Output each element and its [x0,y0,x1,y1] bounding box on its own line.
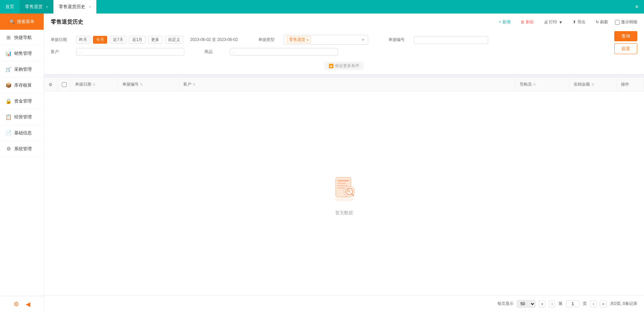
next-page-button[interactable]: › [590,300,596,307]
date-filter-label: 单据日期 [51,37,69,43]
tab-home[interactable]: 首页 [0,0,20,14]
tab-retail-return-history[interactable]: 零售退货历史 × [53,0,96,14]
print-button[interactable]: 🖨 打印 ▼ [541,18,566,27]
quick-nav-icon: ⊞ [5,35,11,41]
retail-return-tab-close[interactable]: × [46,5,48,9]
customer-filter-select[interactable]: ... [76,48,184,55]
amount-sort-icon: ⇅ [591,83,594,86]
th-amount-label: 实销金额 [574,82,590,87]
window-close-icon[interactable]: × [635,3,639,10]
sidebar-item-basic-info[interactable]: 📄 基础信息 [0,125,44,141]
new-button[interactable]: + 新增 [495,18,514,27]
goods-filter-dots: ... [233,49,236,54]
collapse-up-icon: 🔼 [329,64,334,68]
type-filter-tag-remove[interactable]: × [307,38,309,42]
date-sort-icon: ⇅ [93,83,95,86]
tab-retail-return[interactable]: 零售退货 × [20,0,53,14]
th-date-label: 单据日期 [75,82,91,87]
th-guide[interactable]: 导购员 ⇅ [516,78,570,91]
export-button[interactable]: ⬆ 导出 [569,18,589,27]
type-filter-label: 单据类型 [258,37,277,43]
sidebar-item-inventory[interactable]: 📦 库存核算 [0,77,44,93]
table-header: ⚙ 单据日期 ⇅ 单据编号 ⇅ 客户 ⇅ 导购员 [44,78,644,91]
collapse-button[interactable]: 🔼 收起更多条件 [325,62,363,70]
date-btn-7days[interactable]: 近7天 [110,36,126,44]
sidebar-item-quick-nav[interactable]: ⊞ 快捷导航 [0,30,44,46]
sidebar-item-system[interactable]: ⚙ 系统管理 [0,141,44,157]
toolbar: + 新增 🗑 删除 🖨 打印 ▼ ⬆ 导出 ↻ 刷新 [495,18,637,27]
number-sort-icon: ⇅ [140,83,143,86]
page-number-input[interactable] [566,300,579,307]
th-amount[interactable]: 实销金额 ⇅ [570,78,617,91]
sidebar-item-operations[interactable]: 📋 经营管理 [0,109,44,125]
last-page-button[interactable]: » [600,300,607,307]
type-filter-select[interactable]: 零售退货 × ▼ [284,35,368,45]
settings-button[interactable]: 设置 [614,43,637,54]
empty-state: 暂无数据 [44,91,644,295]
retail-return-history-tab-close[interactable]: × [89,5,91,9]
th-checkbox[interactable] [57,78,71,91]
date-btn-1month[interactable]: 近1月 [129,36,146,44]
date-btn-today[interactable]: 今天 [93,36,107,44]
show-detail-checkbox[interactable] [615,20,620,25]
prev-page-button[interactable]: ‹ [549,300,555,307]
sidebar-item-purchase[interactable]: 🛒 采购管理 [0,62,44,77]
query-button[interactable]: 查询 [614,31,637,41]
th-settings[interactable]: ⚙ [44,78,57,91]
select-all-checkbox[interactable] [62,82,67,87]
th-action-label: 操作 [621,82,629,87]
delete-button[interactable]: 🗑 删除 [517,18,537,27]
goods-filter-select[interactable]: ... [230,48,338,55]
total-info: 共0页, 0条记录 [610,301,637,307]
svg-rect-5 [337,187,344,188]
page-size-select[interactable]: 50 100 200 [517,300,535,308]
svg-rect-4 [337,185,348,186]
svg-point-0 [334,197,354,201]
settings-footer-icon[interactable]: ⚙ [14,300,19,308]
date-btn-yesterday[interactable]: 昨天 [76,36,90,44]
date-btn-more[interactable]: 更多 [148,36,162,44]
date-btn-custom[interactable]: 自定义 [165,36,183,44]
system-icon: ⚙ [5,146,11,152]
print-button-label: 🖨 打印 [544,19,557,25]
type-filter-tag: 零售退货 × [287,36,311,43]
sales-icon: 📊 [5,50,11,57]
basic-info-icon: 📄 [5,130,11,136]
goods-filter-label: 商品 [205,49,223,55]
th-guide-label: 导购员 [520,82,532,87]
sidebar: 🔍 搜索菜单 ⊞ 快捷导航 📊 销售管理 🛒 采购管理 📦 库存核算 🔒 资金管… [0,14,44,312]
page-title: 零售退货历史 [51,19,83,26]
refresh-button[interactable]: ↻ 刷新 [592,18,612,27]
print-dropdown-icon: ▼ [558,20,563,25]
sidebar-item-label: 快捷导航 [14,35,32,41]
sidebar-search[interactable]: 🔍 搜索菜单 [0,14,44,30]
filter-row-date: 单据日期 昨天 今天 近7天 近1月 更多 自定义 2023-06-02 至 2… [51,35,637,45]
sidebar-item-finance[interactable]: 🔒 资金管理 [0,93,44,109]
number-filter-label: 单据编号 [388,37,407,43]
number-filter-input[interactable] [414,36,488,44]
collapse-button-label: 收起更多条件 [335,63,359,69]
sidebar-item-label: 系统管理 [14,146,32,152]
sidebar-item-label: 资金管理 [14,98,32,104]
export-button-label: ⬆ 导出 [573,19,585,25]
th-number[interactable]: 单据编号 ⇅ [118,78,179,91]
th-action: 操作 [617,78,644,91]
svg-rect-3 [337,183,346,184]
collapse-sidebar-icon[interactable]: ◀ [26,300,30,308]
top-bar-right: × [635,3,644,10]
main-layout: 🔍 搜索菜单 ⊞ 快捷导航 📊 销售管理 🛒 采购管理 📦 库存核算 🔒 资金管… [0,14,644,312]
type-filter-tag-text: 零售退货 [289,37,305,43]
sidebar-item-sales[interactable]: 📊 销售管理 [0,46,44,62]
finance-icon: 🔒 [5,98,11,104]
type-filter-tag-container: 零售退货 × [287,36,311,43]
first-page-button[interactable]: « [539,300,546,307]
sidebar-item-label: 库存核算 [14,82,32,88]
show-detail-toggle[interactable]: 显示明细 [615,19,637,25]
th-customer[interactable]: 客户 ⇅ [179,78,516,91]
page-header: 零售退货历史 + 新增 🗑 删除 🖨 打印 ▼ ⬆ 导出 [44,14,644,74]
page-unit: 页 [583,301,587,307]
th-customer-label: 客户 [183,82,191,87]
page-title-row: 零售退货历史 + 新增 🗑 删除 🖨 打印 ▼ ⬆ 导出 [51,18,637,27]
th-date[interactable]: 单据日期 ⇅ [71,78,118,91]
content-area: 零售退货历史 + 新增 🗑 删除 🖨 打印 ▼ ⬆ 导出 [44,14,644,312]
